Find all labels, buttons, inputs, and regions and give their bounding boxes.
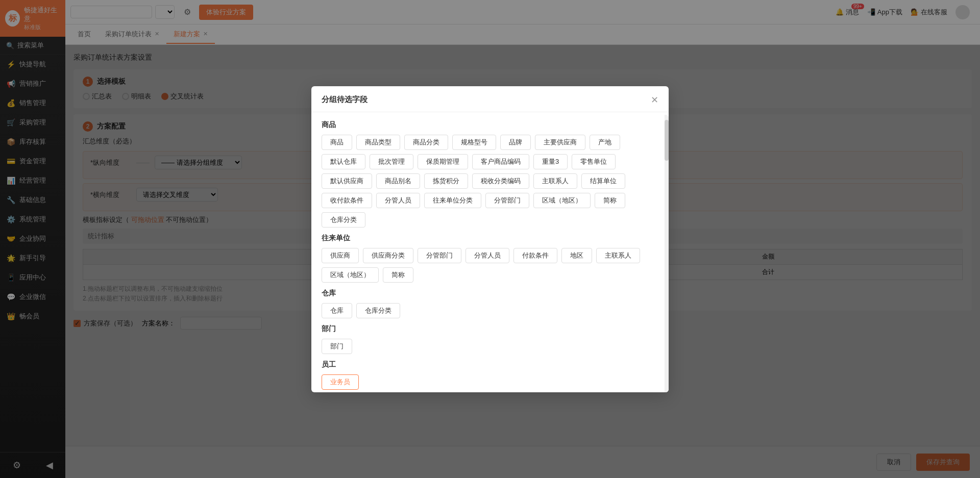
modal-section-title-warehouse: 仓库 <box>322 289 658 298</box>
modal-body: 商品商品商品类型商品分类规格型号品牌主要供应商产地默认仓库批次管理保质期管理客户… <box>311 112 669 392</box>
modal-section-title-dept: 部门 <box>322 324 658 334</box>
field-tag-settlement-unit[interactable]: 结算单位 <box>581 173 625 189</box>
field-tag-area-partner[interactable]: 区域（地区） <box>322 267 379 283</box>
field-tag-warehouse-cat[interactable]: 仓库分类 <box>356 303 400 318</box>
field-tag-dept-partner[interactable]: 分管部门 <box>418 248 461 263</box>
field-tag-region-goods[interactable]: 区域（地区） <box>533 193 591 208</box>
field-tag-payment-cond[interactable]: 付款条件 <box>513 248 557 263</box>
field-tag-dept[interactable]: 部门 <box>322 339 352 354</box>
field-tag-salesman[interactable]: 业务员 <box>322 374 359 390</box>
field-tag-contact-partner[interactable]: 主联系人 <box>596 248 640 263</box>
modal-scrollbar[interactable] <box>665 115 669 392</box>
field-tag-manager-partner[interactable]: 分管人员 <box>465 248 509 263</box>
field-tag-origin[interactable]: 产地 <box>590 135 620 150</box>
modal-overlay: 分组待选字段 ✕ 商品商品商品类型商品分类规格型号品牌主要供应商产地默认仓库批次… <box>0 0 980 478</box>
field-tag-retail-unit[interactable]: 零售单位 <box>572 154 616 169</box>
modal: 分组待选字段 ✕ 商品商品商品类型商品分类规格型号品牌主要供应商产地默认仓库批次… <box>311 86 669 392</box>
field-tag-spec-type[interactable]: 规格型号 <box>452 135 496 150</box>
field-grid-warehouse: 仓库仓库分类 <box>322 303 658 318</box>
field-tag-tax-code[interactable]: 税收分类编码 <box>472 173 529 189</box>
field-tag-main-supplier[interactable]: 主要供应商 <box>535 135 585 150</box>
field-grid-goods: 商品商品类型商品分类规格型号品牌主要供应商产地默认仓库批次管理保质期管理客户商品… <box>322 135 658 228</box>
modal-section-title-employee: 员工 <box>322 360 658 369</box>
field-tag-brand[interactable]: 品牌 <box>500 135 531 150</box>
field-tag-weight3[interactable]: 重量3 <box>533 154 568 169</box>
field-tag-short-name-goods[interactable]: 简称 <box>595 193 625 208</box>
field-tag-region-partner[interactable]: 地区 <box>561 248 592 263</box>
field-tag-goods-alias[interactable]: 商品别名 <box>376 173 420 189</box>
field-tag-goods-category[interactable]: 商品分类 <box>404 135 448 150</box>
field-tag-batch[interactable]: 批次管理 <box>370 154 413 169</box>
field-tag-goods[interactable]: 商品 <box>322 135 352 150</box>
field-tag-manager[interactable]: 分管人员 <box>376 193 420 208</box>
field-tag-supplier-cat[interactable]: 供应商分类 <box>363 248 413 263</box>
modal-section-title-partner: 往来单位 <box>322 234 658 243</box>
modal-title: 分组待选字段 <box>322 95 368 105</box>
field-tag-dept-goods[interactable]: 分管部门 <box>485 193 529 208</box>
field-tag-expiry[interactable]: 保质期管理 <box>418 154 468 169</box>
field-tag-supplier[interactable]: 供应商 <box>322 248 359 263</box>
field-tag-warehouse[interactable]: 仓库 <box>322 303 352 318</box>
field-tag-source-unit-cat[interactable]: 往来单位分类 <box>424 193 481 208</box>
field-tag-customer-code[interactable]: 客户商品编码 <box>472 154 529 169</box>
modal-close-btn[interactable]: ✕ <box>651 94 658 106</box>
field-grid-partner: 供应商供应商分类分管部门分管人员付款条件地区主联系人区域（地区）简称 <box>322 248 658 283</box>
field-grid-employee: 业务员 <box>322 374 658 390</box>
field-tag-payment-terms[interactable]: 收付款条件 <box>322 193 372 208</box>
field-tag-warehouse-cat-goods[interactable]: 仓库分类 <box>322 212 365 228</box>
field-tag-picking-score[interactable]: 拣货积分 <box>424 173 468 189</box>
modal-section-title-goods: 商品 <box>322 120 658 130</box>
field-tag-short-partner[interactable]: 简称 <box>383 267 413 283</box>
field-grid-dept: 部门 <box>322 339 658 354</box>
field-tag-main-contact[interactable]: 主联系人 <box>533 173 577 189</box>
modal-scrollbar-thumb <box>665 120 669 161</box>
field-tag-default-supplier[interactable]: 默认供应商 <box>322 173 372 189</box>
modal-header: 分组待选字段 ✕ <box>311 86 669 112</box>
field-tag-default-warehouse[interactable]: 默认仓库 <box>322 154 365 169</box>
field-tag-goods-type[interactable]: 商品类型 <box>356 135 400 150</box>
